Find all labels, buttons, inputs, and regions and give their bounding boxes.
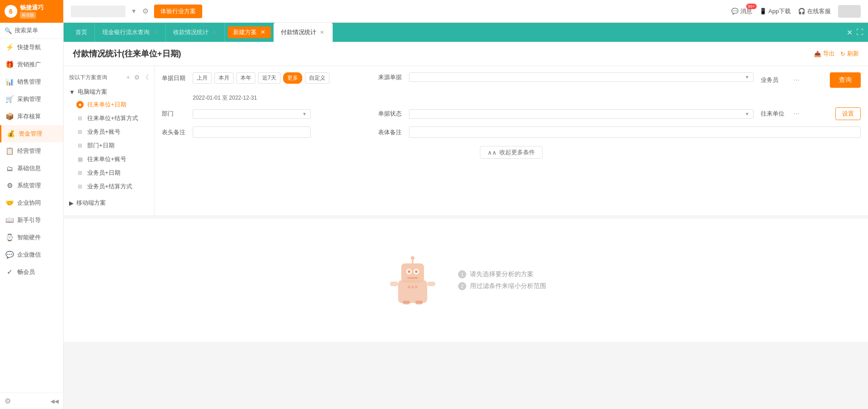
schema-item-salesperson-settle[interactable]: ⊞ 业务员+结算方式 [64,180,154,193]
date-range-text: 2022-01-01 至 2022-12-31 [193,95,257,101]
sidebar-item-purchase[interactable]: 🛒 采购管理 [0,91,63,108]
tab-receive-stats[interactable]: 收款情况统计 ✕ [166,23,225,42]
sidebar-item-label: 营销推广 [17,61,41,69]
footer-collapse-icon[interactable]: ◀◀ [50,398,59,404]
settings-icon[interactable]: ⚙ [142,7,149,15]
tab-home[interactable]: 首页 [68,23,95,42]
query-actions: 查询 [830,72,861,88]
top-bar: ▼ ⚙ 体验行业方案 💬 消息 99+ 📱 App下载 🎧 在线客服 [64,0,868,23]
salesperson-dots[interactable]: ··· [793,76,799,84]
marketing-icon: 🎁 [5,61,14,69]
date-btn-more[interactable]: 更多 [283,72,302,84]
add-schema-icon[interactable]: ＋ [125,73,131,81]
date-btn-last-month[interactable]: 上月 [193,72,212,84]
svg-point-5 [415,270,418,273]
collapse-btn[interactable]: ∧∧ 收起更多条件 [480,146,543,159]
date-btn-this-year[interactable]: 本年 [236,72,255,84]
sidebar-item-enterprise[interactable]: 🤝 企业协同 [0,194,63,212]
schema-item-partner-settle[interactable]: ⊞ 往来单位+结算方式 [64,111,154,125]
schema-group-desktop-header[interactable]: ▼ 电脑端方案 [64,86,154,98]
search-menu-label: 搜索菜单 [15,26,38,35]
vip-icon: ✓ [5,268,14,276]
tab-bank-flow[interactable]: 现金银行流水查询 ✕ [95,23,166,42]
doc-status-select[interactable]: ▼ [409,109,753,119]
dept-group: 部门 ▼ [162,109,371,119]
header-note-group: 表头备注 [162,126,371,138]
schema-item-dept-date[interactable]: ⊞ 部门+日期 [64,139,154,152]
page-content: 付款情况统计(往来单位+日期) 📤 导出 ↻ 刷新 按以下方案查询 ＋ [64,42,868,409]
app-icon: 📱 [759,8,767,15]
sidebar-footer: ⚙ ◀◀ [0,393,63,409]
tab-pay-stats[interactable]: 付款情况统计 ✕ [274,23,333,42]
schema-settings-icon[interactable]: ⚙ [134,74,140,81]
tab-new-close[interactable]: ✕ [260,29,265,35]
search-menu[interactable]: 🔍 搜索菜单 [0,23,63,39]
sidebar-item-label: 畅会员 [17,268,35,276]
export-btn[interactable]: 📤 导出 [814,50,835,58]
settings-btn[interactable]: 设置 [835,107,861,120]
message-btn[interactable]: 💬 消息 99+ [731,7,752,15]
page-header-actions: 📤 导出 ↻ 刷新 [814,50,859,58]
system-icon: ⚙ [5,182,14,190]
tab-receive-stats-close[interactable]: ✕ [211,29,217,36]
schema-active-icon: ● [76,101,84,108]
tip-1-text: 请先选择要分析的方案 [470,270,534,278]
filter-sidebar: 按以下方案查询 ＋ ⚙ 《 ▼ 电脑端方案 ● 往来单位+日期 [64,66,155,215]
sidebar-item-sales[interactable]: 📊 销售管理 [0,73,63,91]
schema-item-label: 部门+日期 [87,141,115,150]
sidebar-item-quick-nav[interactable]: ⚡ 快捷导航 [0,39,63,56]
sidebar-item-system[interactable]: ⚙ 系统管理 [0,177,63,194]
schema-item-label: 往来单位+结算方式 [87,114,138,122]
schema-icon: ⊞ [76,169,84,177]
body-note-input[interactable] [409,126,861,138]
query-btn[interactable]: 查询 [830,72,861,88]
sidebar-item-vip[interactable]: ✓ 畅会员 [0,263,63,281]
source-doc-select[interactable]: ▼ [409,72,753,82]
schema-item-salesperson-date[interactable]: ⊞ 业务员+日期 [64,166,154,180]
app-download-btn[interactable]: 📱 App下载 [759,7,791,15]
fund-icon: 💰 [7,130,15,138]
footer-settings-icon[interactable]: ⚙ [5,397,11,405]
sidebar-version: 标准版 [20,12,36,19]
schema-item-partner-account[interactable]: ▦ 往来单位+账号 [64,152,154,166]
date-btn-7days[interactable]: 近7天 [258,72,280,84]
body-note-group: 表体备注 [378,126,861,138]
tab-new-plan[interactable]: 新建方案 ✕ [228,26,271,38]
sidebar-item-hardware[interactable]: ⌚ 智能硬件 [0,229,63,246]
sidebar-item-operations[interactable]: 📋 经营管理 [0,142,63,160]
empty-tips: 1 请先选择要分析的方案 2 用过滤条件来缩小分析范围 [458,270,546,290]
date-btn-custom[interactable]: 自定义 [305,72,329,84]
tab-close-all-icon[interactable]: ✕ [847,28,853,37]
schema-item-label: 往来单位+账号 [87,155,126,163]
filter-collapse-icon[interactable]: 《 [143,73,149,81]
schema-group-mobile-header[interactable]: ▶ 移动端方案 [64,197,154,209]
schema-item-salesperson-account[interactable]: ⊞ 业务员+账号 [64,125,154,139]
svg-rect-6 [407,277,418,279]
sidebar-item-label: 企业协同 [17,199,41,207]
refresh-btn[interactable]: ↻ 刷新 [840,50,859,58]
sidebar-item-wechat[interactable]: 💬 企业微信 [0,246,63,263]
empty-tip-2: 2 用过滤条件来缩小分析范围 [458,282,546,290]
user-avatar[interactable] [838,5,861,18]
source-doc-label: 来源单据 [378,73,405,81]
tab-expand-icon[interactable]: ⛶ [856,28,863,36]
trial-btn[interactable]: 体验行业方案 [154,5,202,18]
partner-dots[interactable]: ··· [793,110,799,118]
date-btn-this-month[interactable]: 本月 [215,72,234,84]
sidebar-item-marketing[interactable]: 🎁 营销推广 [0,56,63,73]
service-btn[interactable]: 🎧 在线客服 [798,7,831,15]
sidebar-item-inventory[interactable]: 📦 库存核算 [0,108,63,125]
sidebar-item-basic-info[interactable]: 🗂 基础信息 [0,160,63,177]
header-note-input[interactable] [193,126,311,138]
tab-bank-flow-close[interactable]: ✕ [152,29,158,36]
collapse-btn-label: 收起更多条件 [499,148,535,157]
sidebar-item-fund[interactable]: 💰 资金管理 [0,125,63,142]
svg-rect-11 [403,301,410,304]
schema-item-partner-date[interactable]: ● 往来单位+日期 [64,98,154,111]
sidebar-item-guide[interactable]: 📖 新手引导 [0,212,63,229]
company-dropdown-icon[interactable]: ▼ [131,8,137,15]
dept-select[interactable]: ▼ [193,109,311,119]
tab-pay-stats-close[interactable]: ✕ [319,29,325,36]
schema-bar-icon: ▦ [76,156,84,163]
schema-icon: ⊞ [76,115,84,122]
